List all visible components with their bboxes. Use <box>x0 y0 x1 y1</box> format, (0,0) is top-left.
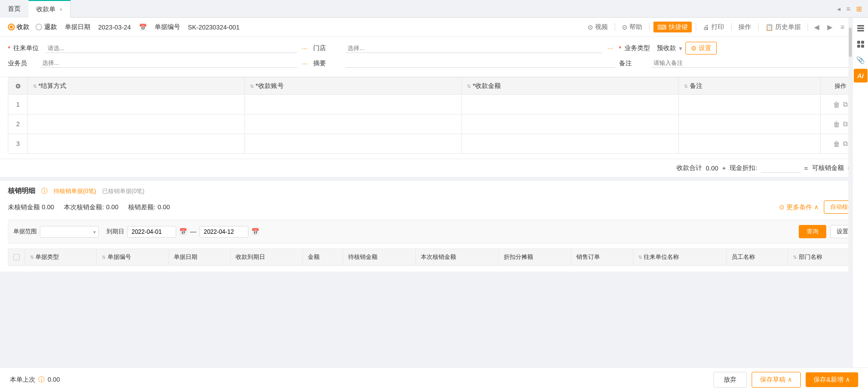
shortcut-label: 快捷键 <box>669 23 688 31</box>
row-amount-3[interactable] <box>462 134 679 154</box>
table-row: 1 🗑 ⧉ <box>8 95 860 114</box>
th-staff-name: 员工名称 <box>726 249 788 266</box>
table-gear-icon[interactable]: ⚙ <box>15 83 21 90</box>
row-notes-2[interactable] <box>679 114 821 134</box>
staff-label: 业务员 <box>8 59 37 68</box>
help-btn[interactable]: ⊙ 帮助 <box>619 22 645 32</box>
unchecked-value: 0.00 <box>42 203 54 211</box>
row-account-1[interactable] <box>245 95 462 114</box>
tab-bar-right: ◂ ≡ ⊞ <box>835 4 868 14</box>
tab-expand-icon[interactable]: ◂ <box>835 4 842 14</box>
row-delete-icon-2[interactable]: 🗑 <box>833 120 840 128</box>
footer-info-label: 本单上次 <box>10 375 35 384</box>
sidebar-ai-icon[interactable]: Ai <box>854 69 868 83</box>
history-btn[interactable]: 📋 历史单据 <box>762 22 804 32</box>
scrollbar-thumb[interactable] <box>849 28 852 57</box>
row-delete-icon-3[interactable]: 🗑 <box>833 140 840 148</box>
shortcut-icon: ⌨ <box>657 24 667 31</box>
footer-info-icon[interactable]: ⓘ <box>38 375 45 384</box>
pending-tab-link[interactable]: 待核销单据(0笔) <box>54 187 96 196</box>
sidebar-grid-icon[interactable] <box>854 37 868 51</box>
abandon-btn[interactable]: 放弃 <box>713 372 747 388</box>
nav-left-icon[interactable]: ◀ <box>812 22 821 32</box>
settings-button[interactable]: ⚙ 设置 <box>685 42 717 55</box>
notes-input[interactable] <box>651 58 860 68</box>
store-input[interactable] <box>346 44 602 53</box>
video-btn[interactable]: ⊙ 视频 <box>585 22 611 32</box>
tab-list-icon[interactable]: ≡ <box>844 4 852 14</box>
row-account-2[interactable] <box>245 114 462 134</box>
row-notes-3[interactable] <box>679 134 821 154</box>
cal-icon-to[interactable]: 📅 <box>251 228 259 235</box>
radio-refund[interactable]: 退款 <box>35 23 57 31</box>
toolbar-right: ⊙ 视频 ⊙ 帮助 ⌨ 快捷键 🖨 打印 操作 <box>585 22 860 32</box>
header-checkbox[interactable] <box>13 254 20 260</box>
row-settle-3[interactable] <box>28 134 245 154</box>
date-from-input[interactable] <box>127 226 176 238</box>
svg-rect-6 <box>861 45 864 48</box>
staff-more-btn[interactable]: ··· <box>300 59 310 67</box>
discount-input[interactable] <box>761 163 800 173</box>
sidebar-table-icon[interactable] <box>854 22 868 35</box>
sidebar-attach-icon[interactable]: 📎 <box>854 53 868 67</box>
th-pending-amount: 待核销金额 <box>343 249 416 266</box>
scrollbar-area[interactable] <box>848 18 852 367</box>
range-select[interactable] <box>40 226 99 238</box>
footer-value: 0.00 <box>48 376 60 383</box>
biz-type-selector[interactable]: 预收款 ▾ <box>657 44 682 53</box>
menu-icon[interactable]: ≡ <box>839 22 846 32</box>
summary-input[interactable] <box>346 58 615 68</box>
partner-more-btn[interactable]: ··· <box>300 44 310 52</box>
tab-home[interactable]: 首页 <box>0 0 28 18</box>
sort-icon-notes: ⇅ <box>684 84 688 89</box>
verification-info-icon[interactable]: ⓘ <box>41 187 48 196</box>
done-tab-link[interactable]: 已核销单据(0笔) <box>102 187 145 196</box>
video-label: 视频 <box>595 23 608 31</box>
unchecked-label: 未核销金额 <box>8 203 40 212</box>
th-gear[interactable]: ⚙ <box>8 78 28 95</box>
history-icon: 📋 <box>765 24 773 31</box>
row-account-3[interactable] <box>245 134 462 154</box>
th-this-verify: 本次核销金额 <box>415 249 498 266</box>
store-more-btn[interactable]: ··· <box>605 44 615 52</box>
radio-receipt[interactable]: 收款 <box>8 23 29 31</box>
row-num-3: 3 <box>8 134 28 154</box>
save-draft-btn[interactable]: 保存草稿 ∧ <box>752 372 801 388</box>
row-copy-icon-3[interactable]: ⧉ <box>843 140 848 148</box>
this-time-label: 本次核销金额: <box>64 203 104 212</box>
date-to-input[interactable] <box>199 226 248 238</box>
date-label: 单据日期 <box>65 23 90 31</box>
row-settle-2[interactable] <box>28 114 245 134</box>
summary-field: 摘要 <box>313 58 615 68</box>
row-amount-1[interactable] <box>462 95 679 114</box>
row-delete-icon-1[interactable]: 🗑 <box>833 101 840 109</box>
svg-rect-1 <box>857 28 864 29</box>
row-copy-icon-1[interactable]: ⧉ <box>843 100 848 109</box>
row-settle-1[interactable] <box>28 95 245 114</box>
staff-input[interactable] <box>40 58 297 68</box>
cal-icon-from[interactable]: 📅 <box>179 228 187 235</box>
row-copy-icon-2[interactable]: ⧉ <box>843 120 848 128</box>
save-new-btn[interactable]: 保存&新增 ∧ <box>806 372 858 387</box>
print-btn[interactable]: 🖨 打印 <box>700 22 727 32</box>
right-sidebar: 📎 Ai <box>852 18 868 391</box>
help-icon: ⊙ <box>622 24 627 31</box>
row-notes-1[interactable] <box>679 95 821 114</box>
shortcut-btn[interactable]: ⌨ 快捷键 <box>653 22 692 32</box>
row-amount-2[interactable] <box>462 114 679 134</box>
filter-icon: ⊙ <box>779 203 785 211</box>
query-btn[interactable]: 查询 <box>799 225 826 238</box>
th-bill-type: ⇅ 单据类型 <box>25 249 97 266</box>
tab-close-icon[interactable]: × <box>59 6 62 12</box>
tab-receipt[interactable]: 收款单 × <box>28 0 71 18</box>
tab-grid-icon[interactable]: ⊞ <box>854 4 864 14</box>
operate-btn[interactable]: 操作 <box>735 22 754 32</box>
toolbar-row: 收款 退款 单据日期 2023-03-24 📅 单据编号 SK-20230324… <box>0 18 868 37</box>
form-section: * 往来单位 ··· 门店 ··· * 业务类型 预收款 ▾ ⚙ 设置 <box>0 37 868 77</box>
partner-input[interactable] <box>46 44 297 53</box>
nav-right-icon[interactable]: ▶ <box>825 22 835 32</box>
th-settle-method: ⇅ *结算方式 <box>28 78 245 95</box>
calendar-icon[interactable]: 📅 <box>139 24 147 31</box>
more-conditions-btn[interactable]: ⊙ 更多条件 ∧ <box>779 203 819 212</box>
th-checkbox[interactable] <box>8 249 25 266</box>
